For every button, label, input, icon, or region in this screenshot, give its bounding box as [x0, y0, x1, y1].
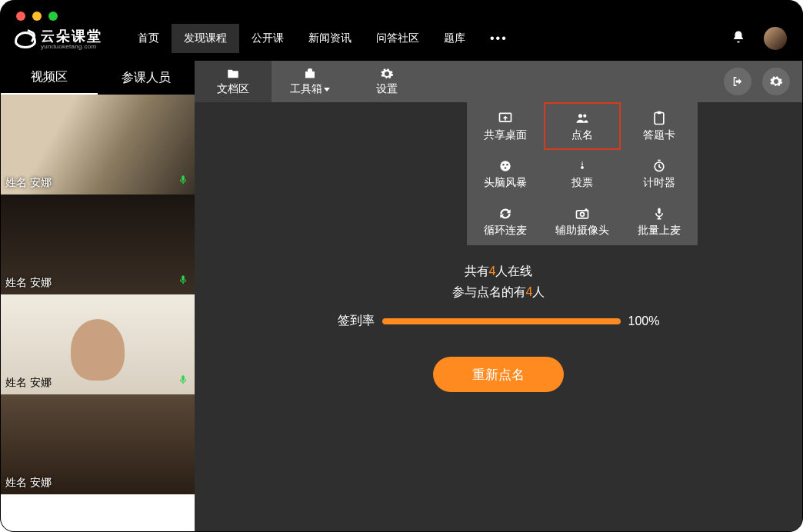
folder-icon	[225, 67, 242, 81]
nav-question-bank[interactable]: 题库	[431, 24, 478, 53]
svg-point-10	[505, 167, 507, 169]
window-close-button[interactable]	[16, 12, 25, 21]
rollcall-icon	[574, 111, 591, 126]
toolbar-doc-label: 文档区	[217, 82, 249, 96]
video-list: 姓名 安娜 姓名 安娜 姓名 安娜 姓名 安娜	[1, 95, 195, 531]
svg-point-15	[581, 212, 585, 216]
vote-icon	[574, 158, 591, 174]
video-tile[interactable]: 姓名 安娜	[1, 95, 195, 195]
participated-count-line: 参与点名的有4人	[452, 284, 545, 301]
video-name-label: 姓名 安娜	[5, 476, 52, 490]
cloud-icon	[15, 32, 36, 48]
svg-point-9	[506, 164, 508, 166]
svg-rect-6	[658, 111, 661, 113]
tab-participants[interactable]: 参课人员	[98, 61, 195, 95]
exit-icon	[731, 75, 745, 88]
tool-batch-mic[interactable]: 批量上麦	[621, 198, 698, 245]
video-tile[interactable]: 姓名 安娜	[1, 394, 195, 494]
answer-card-icon	[651, 111, 668, 126]
toolbox-icon	[302, 67, 318, 81]
checkin-percent: 100%	[628, 314, 660, 328]
svg-point-4	[583, 114, 586, 117]
svg-point-11	[581, 166, 583, 168]
nav-news[interactable]: 新闻资讯	[296, 24, 364, 53]
window-minimize-button[interactable]	[32, 12, 42, 21]
svg-point-8	[502, 164, 505, 166]
nav-open-courses[interactable]: 公开课	[239, 24, 296, 53]
toolbar-tools-label: 工具箱	[290, 82, 322, 95]
toolbar-settings[interactable]: 设置	[348, 61, 425, 102]
top-bar: 云朵课堂 yunduoketang.com 首页 发现课程 公开课 新闻资讯 问…	[1, 1, 802, 61]
nav-discover-courses[interactable]: 发现课程	[172, 24, 239, 53]
nav-home[interactable]: 首页	[125, 24, 172, 53]
window-maximize-button[interactable]	[48, 12, 58, 21]
logo-text: 云朵课堂	[41, 29, 102, 43]
toolbar-right	[724, 68, 802, 95]
checkin-rate-label: 签到率	[338, 313, 375, 329]
svg-rect-5	[655, 112, 664, 124]
person-silhouette	[71, 319, 125, 381]
tab-video-area[interactable]: 视频区	[1, 61, 98, 95]
video-tile[interactable]: 姓名 安娜	[1, 294, 195, 394]
video-tile[interactable]: 姓名 安娜	[1, 195, 195, 294]
main-area: 文档区 工具箱 设置	[195, 61, 802, 531]
tool-timer[interactable]: 计时器	[621, 150, 698, 198]
toolbar-document-area[interactable]: 文档区	[195, 61, 272, 102]
window-traffic-lights	[16, 12, 58, 21]
mic-icon	[178, 274, 188, 288]
main-body: 视频区 参课人员 姓名 安娜 姓名 安娜 姓名 安娜 姓名 安	[1, 61, 802, 531]
gear-icon	[769, 75, 783, 88]
app-window: 云朵课堂 yunduoketang.com 首页 发现课程 公开课 新闻资讯 问…	[0, 0, 803, 532]
toolbar-toolbox[interactable]: 工具箱	[272, 61, 348, 102]
exit-button[interactable]	[724, 68, 751, 95]
bell-icon[interactable]	[731, 30, 745, 47]
tool-share-screen[interactable]: 共享桌面	[467, 102, 544, 150]
checkin-progress-bar	[382, 318, 621, 324]
tool-rollcall[interactable]: 点名	[544, 102, 621, 150]
main-nav: 首页 发现课程 公开课 新闻资讯 问答社区 题库 •••	[125, 24, 520, 53]
svg-rect-0	[305, 71, 315, 78]
gear-icon	[378, 67, 395, 81]
loop-mic-icon	[497, 206, 514, 221]
tool-aux-camera[interactable]: + 辅助摄像头	[544, 198, 621, 245]
video-name-label: 姓名 安娜	[5, 376, 52, 390]
checkin-rate-row: 签到率 100%	[338, 313, 660, 329]
brainstorm-icon	[497, 158, 514, 174]
camera-icon: +	[574, 206, 591, 221]
video-name-label: 姓名 安娜	[5, 276, 52, 290]
batch-mic-icon	[651, 206, 668, 221]
logo-subtext: yunduoketang.com	[41, 43, 102, 50]
left-tabs: 视频区 参课人员	[1, 61, 195, 95]
svg-point-3	[578, 114, 582, 118]
mic-icon	[178, 374, 188, 388]
tool-brainstorm[interactable]: 头脑风暴	[467, 150, 544, 198]
svg-rect-13	[658, 159, 660, 161]
checkin-progress-fill	[382, 318, 621, 324]
video-tile-empty	[1, 494, 195, 531]
topbar-right	[731, 27, 787, 50]
tool-loop-mic[interactable]: 循环连麦	[467, 198, 544, 245]
share-screen-icon	[497, 111, 514, 126]
left-panel: 视频区 参课人员 姓名 安娜 姓名 安娜 姓名 安娜 姓名 安	[1, 61, 195, 531]
timer-icon	[651, 158, 668, 174]
svg-text:+: +	[587, 207, 589, 211]
user-avatar[interactable]	[764, 27, 787, 50]
online-count-line: 共有4人在线	[465, 264, 533, 280]
logo[interactable]: 云朵课堂 yunduoketang.com	[15, 29, 102, 53]
nav-more[interactable]: •••	[478, 24, 520, 53]
rollcall-again-button[interactable]: 重新点名	[433, 357, 564, 392]
chevron-down-icon	[324, 88, 330, 91]
toolbar-settings-label: 设置	[376, 82, 398, 96]
nav-qa-community[interactable]: 问答社区	[364, 24, 431, 53]
svg-point-7	[500, 161, 510, 171]
main-toolbar: 文档区 工具箱 设置	[195, 61, 802, 102]
mic-icon	[178, 175, 188, 188]
video-name-label: 姓名 安娜	[5, 176, 52, 190]
svg-rect-18	[658, 208, 660, 214]
tool-answer-card[interactable]: 答题卡	[621, 102, 698, 150]
settings-button[interactable]	[762, 68, 790, 95]
tool-vote[interactable]: 投票	[544, 150, 621, 198]
toolbox-dropdown: 共享桌面 点名 答题卡 头脑风暴 投票	[467, 102, 698, 245]
